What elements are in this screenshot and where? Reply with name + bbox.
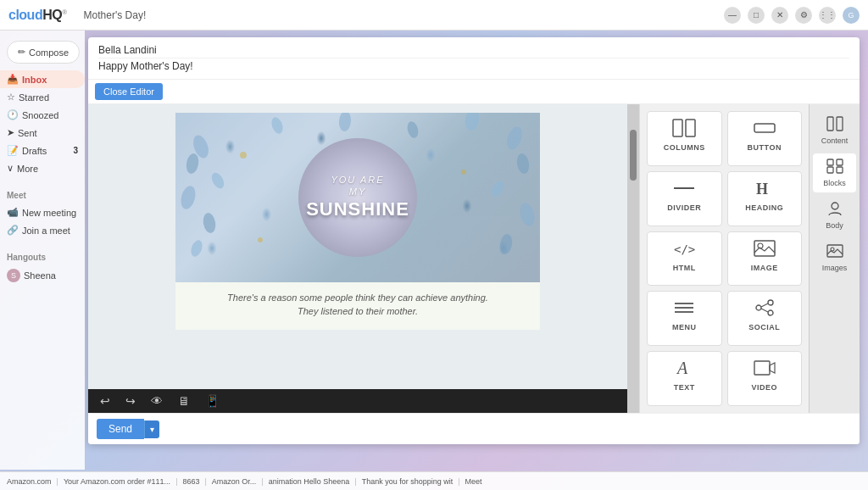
blocks-panel: COLUMNS BUTTON — [639, 104, 809, 413]
block-item-menu[interactable]: MENU — [647, 291, 722, 346]
tab-images[interactable]: Images — [813, 238, 856, 277]
block-item-button[interactable]: BUTTON — [727, 111, 803, 166]
body-tab-label: Body — [826, 221, 843, 230]
html-label: HTML — [673, 264, 696, 272]
svg-point-17 — [258, 237, 263, 242]
block-item-divider[interactable]: DIVIDER — [647, 171, 722, 226]
block-item-social[interactable]: SOCIAL — [727, 291, 803, 346]
block-item-video[interactable]: VIDEO — [727, 351, 803, 406]
sidebar-item-starred[interactable]: ☆ Starred — [0, 88, 85, 106]
sidebar-item-hangouts-contact[interactable]: S Sheena — [0, 265, 85, 286]
account-icon[interactable]: G — [843, 7, 860, 24]
email-editor-toolbar: Close Editor — [88, 80, 860, 104]
maximize-icon[interactable]: □ — [748, 7, 765, 24]
sidebar-item-inbox[interactable]: 📥 Inbox — [0, 70, 85, 88]
image-label: IMAGE — [751, 264, 778, 272]
sidebar-item-sent[interactable]: ➤ Sent — [0, 124, 85, 142]
meet-section-label: Meet — [0, 187, 85, 203]
content-tab-label: Content — [821, 136, 849, 145]
heading-label: HEADING — [745, 203, 783, 212]
svg-point-2 — [209, 170, 226, 190]
minimize-icon[interactable]: — — [724, 7, 741, 24]
svg-point-30 — [768, 300, 773, 305]
svg-point-12 — [338, 113, 352, 132]
drafts-icon: 📝 — [7, 145, 19, 156]
pencil-icon: ✏ — [18, 47, 25, 58]
svg-point-1 — [185, 153, 200, 175]
join-icon: 🔗 — [7, 225, 19, 236]
text-label: TEXT — [674, 383, 695, 392]
status-item-4: animation Hello Sheena — [269, 477, 350, 486]
tab-content[interactable]: Content — [813, 111, 856, 150]
preview-icon[interactable]: 👁 — [147, 393, 166, 409]
sunshine-text-you: YOU ARE — [331, 175, 384, 185]
svg-point-9 — [518, 201, 537, 227]
sidebar-item-more[interactable]: ∨ More — [0, 159, 85, 177]
block-item-image[interactable]: IMAGE — [727, 231, 803, 287]
svg-text:A: A — [676, 359, 688, 377]
email-from: Bella Landini — [98, 42, 849, 58]
close-window-icon[interactable]: ✕ — [771, 7, 788, 24]
svg-point-8 — [489, 179, 506, 198]
svg-point-4 — [202, 212, 217, 234]
block-item-columns[interactable]: COLUMNS — [647, 111, 722, 166]
sunshine-text-sunshine: SUNSHINE — [306, 198, 409, 220]
divider-icon — [672, 179, 696, 200]
compose-button[interactable]: ✏ Compose — [7, 41, 80, 64]
cloudhq-logo: cloudHQ® — [8, 8, 67, 23]
block-item-text[interactable]: A TEXT — [647, 351, 722, 406]
email-window: Bella Landini Happy Mother's Day! Close … — [88, 37, 860, 444]
desktop-icon[interactable]: 🖥 — [175, 393, 193, 409]
sidebar-item-join-meeting[interactable]: 🔗 Join a meet — [0, 221, 85, 239]
email-content-area: YOU ARE MY SUNSHINE There's a reason som… — [88, 104, 627, 413]
scrollbar-thumb[interactable] — [630, 130, 637, 181]
email-body-text: There's a reason some people think they … — [192, 292, 523, 303]
block-item-html[interactable]: </> HTML — [647, 231, 722, 287]
close-editor-button[interactable]: Close Editor — [95, 83, 163, 100]
tab-blocks[interactable]: Blocks — [813, 153, 856, 192]
send-button[interactable]: Send — [97, 419, 144, 439]
block-item-heading[interactable]: H HEADING — [727, 171, 803, 226]
video-label: VIDEO — [751, 383, 777, 392]
sunshine-text-my: MY — [349, 187, 367, 197]
svg-rect-20 — [754, 124, 775, 132]
button-icon — [753, 119, 776, 140]
sent-icon: ➤ — [7, 127, 14, 138]
sidebar-item-new-meeting[interactable]: 📹 New meeting — [0, 203, 85, 221]
svg-point-42 — [832, 203, 838, 209]
settings-icon[interactable]: ⚙ — [795, 7, 812, 24]
email-subject: Happy Mother's Day! — [98, 58, 849, 74]
sidebar-item-drafts[interactable]: 📝 Drafts 3 — [0, 142, 85, 159]
svg-rect-39 — [837, 159, 843, 165]
svg-point-15 — [240, 152, 247, 159]
status-item-1: Your Amazon.com order #111... — [64, 477, 170, 486]
sunshine-image: YOU ARE MY SUNSHINE — [175, 113, 540, 282]
undo-icon[interactable]: ↩ — [97, 393, 114, 409]
mobile-icon[interactable]: 📱 — [202, 393, 223, 409]
body-tab-icon — [826, 201, 843, 220]
sidebar: ✏ Compose 📥 Inbox ☆ Starred 🕐 Snoozed ➤ … — [0, 31, 85, 470]
svg-rect-18 — [673, 120, 682, 136]
images-tab-icon — [826, 243, 843, 262]
status-item-5: Thank you for shopping wit — [362, 477, 453, 486]
status-item-0: Amazon.com — [7, 477, 52, 486]
menu-icon — [672, 298, 696, 320]
redo-icon[interactable]: ↪ — [122, 393, 139, 409]
scrollbar-track[interactable] — [627, 104, 639, 413]
svg-point-7 — [515, 153, 531, 175]
svg-point-10 — [498, 233, 514, 255]
svg-rect-24 — [754, 241, 775, 256]
send-dropdown-button[interactable]: ▾ — [144, 420, 159, 438]
svg-point-14 — [464, 113, 481, 131]
svg-line-32 — [761, 303, 768, 307]
menu-label: MENU — [672, 323, 697, 331]
sidebar-item-snoozed[interactable]: 🕐 Snoozed — [0, 106, 85, 124]
svg-rect-35 — [754, 361, 770, 375]
top-bar-icons: — □ ✕ ⚙ ⋮⋮ G — [724, 7, 860, 24]
email-text-area: There's a reason some people think they … — [175, 282, 540, 330]
svg-text:H: H — [756, 181, 768, 198]
tab-body[interactable]: Body — [813, 196, 856, 235]
svg-point-44 — [831, 248, 834, 251]
apps-icon[interactable]: ⋮⋮ — [819, 7, 836, 24]
contact-avatar: S — [7, 269, 20, 282]
